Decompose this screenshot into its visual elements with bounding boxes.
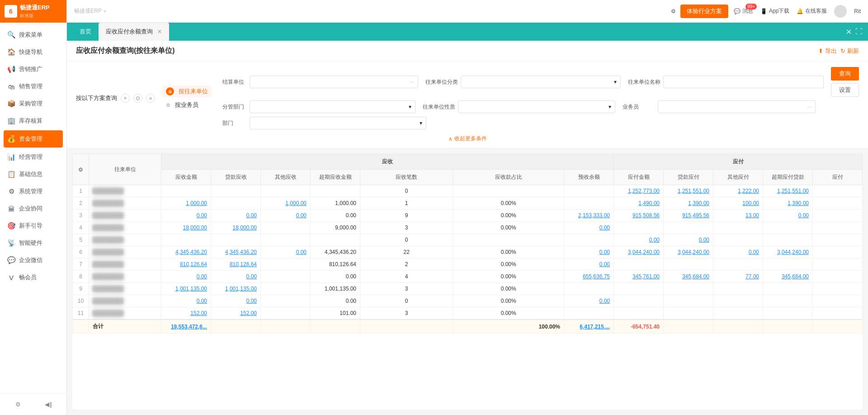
th-settings[interactable]: ⚙ — [73, 154, 89, 185]
tab-ar-query[interactable]: 应收应付余额查询 ✕ — [99, 23, 169, 41]
table-cell[interactable]: 345,684.00 — [664, 271, 713, 283]
table-cell[interactable]: 3,044,240.00 — [664, 246, 713, 258]
gear-btn[interactable]: ⚙ — [671, 8, 676, 14]
table-cell[interactable]: 1,251,551.00 — [664, 185, 713, 197]
table-scroll[interactable]: ⚙ 往来单位 应收 应付 应收金额 贷款应收 其他应收 超期应收金额 应收笔数 — [72, 154, 863, 410]
table-cell[interactable]: 915,508.56 — [614, 210, 664, 222]
table-cell[interactable]: 4,345,436.20 — [161, 246, 211, 258]
filter-input-ywy[interactable]: ··· — [658, 100, 816, 113]
filter-input-lwdwmc[interactable] — [663, 76, 824, 88]
sidebar-item-operations[interactable]: 📊 经营管理 — [0, 148, 66, 166]
table-cell[interactable]: 0.00 — [564, 295, 614, 307]
table-cell[interactable]: 1,251,551.00 — [763, 185, 813, 197]
table-cell[interactable]: 345,761.00 — [614, 271, 664, 283]
filter-select-lwdwfl[interactable]: ▾ — [461, 76, 621, 88]
query-button[interactable]: 查询 — [831, 67, 859, 81]
sidebar-item-marketing[interactable]: 📢 营销推广 — [0, 61, 66, 78]
table-cell[interactable]: 1,390.00 — [763, 197, 813, 210]
table-cell[interactable]: 0.00 — [564, 246, 614, 258]
table-cell[interactable]: 0.00 — [161, 271, 211, 283]
table-cell[interactable]: 18,000.00 — [161, 222, 211, 234]
set-button[interactable]: 设置 — [831, 83, 859, 97]
table-cell[interactable]: 1,000.00 — [261, 197, 311, 210]
table-cell[interactable]: 0.00 — [763, 210, 813, 222]
sidebar-item-wechat[interactable]: 💬 企业微信 — [0, 252, 66, 269]
table-cell[interactable]: 152.00 — [161, 307, 211, 320]
table-cell[interactable]: 0.00 — [161, 210, 211, 222]
table-cell[interactable]: 810,126.64 — [161, 258, 211, 271]
filter-collapse-btn[interactable]: « — [146, 94, 155, 103]
scheme-by-staff[interactable]: ⊕ 按业务员 — [162, 99, 212, 111]
filter-select-lwdwxz[interactable]: ▾ — [458, 100, 616, 113]
table-cell[interactable]: 915,495.56 — [664, 210, 713, 222]
tab-close-btn[interactable]: ✕ — [157, 29, 162, 35]
table-cell[interactable]: 18,000.00 — [211, 222, 261, 234]
table-cell[interactable]: 1,000.00 — [161, 197, 211, 210]
table-cell[interactable]: 3,044,240.00 — [763, 246, 813, 258]
sidebar-item-basic[interactable]: 📋 基础信息 — [0, 166, 66, 183]
table-cell[interactable]: 0.00 — [614, 234, 664, 246]
tab-maximize-btn[interactable]: ⛶ — [855, 28, 863, 36]
sidebar-item-inventory[interactable]: 🏢 库存核算 — [0, 112, 66, 129]
table-cell[interactable]: 655,636.75 — [564, 271, 614, 283]
table-cell[interactable]: 3,044,240.00 — [614, 246, 664, 258]
table-cell[interactable]: 0.00 — [664, 234, 713, 246]
filter-select-bm[interactable]: ▾ — [250, 117, 426, 129]
sidebar-item-finance[interactable]: 💰 资金管理 — [4, 130, 63, 148]
filter-select-fgbm[interactable]: ▾ — [250, 100, 415, 113]
table-cell[interactable]: 345,684.00 — [763, 271, 813, 283]
sidebar-settings-btn[interactable]: ⚙ — [5, 398, 32, 410]
table-cell[interactable]: 4,345,436.20 — [211, 246, 261, 258]
table-cell[interactable]: 1,222.00 — [713, 185, 763, 197]
table-cell[interactable]: 1,390.00 — [664, 197, 713, 210]
table-cell[interactable]: 0.00 — [211, 210, 261, 222]
footer-ar-prepay[interactable]: 6,417,215.... — [564, 320, 614, 334]
table-cell[interactable]: 0.00 — [564, 258, 614, 271]
table-cell[interactable]: 77.00 — [713, 271, 763, 283]
scheme-by-unit[interactable]: ⊕ 按往来单位 — [162, 86, 212, 97]
sidebar-item-quick-nav[interactable]: 🏠 快捷导航 — [0, 43, 66, 61]
filter-input-jsdw[interactable]: ··· — [250, 76, 418, 88]
collapse-more-btn[interactable]: ∧ 收起更多条件 — [76, 135, 859, 143]
refresh-btn[interactable]: ↻ 刷新 — [840, 47, 859, 55]
table-cell: 9 — [360, 210, 453, 222]
sidebar-label-search: 搜索菜单 — [19, 31, 42, 39]
message-btn[interactable]: 💬 消息 99+ — [734, 7, 753, 15]
table-cell[interactable]: 0.00 — [261, 210, 311, 222]
table-cell[interactable]: 0.00 — [211, 295, 261, 307]
promo-button[interactable]: 体验行业方案 — [680, 5, 728, 18]
table-cell[interactable]: 0.00 — [713, 246, 763, 258]
table-cell: 1 — [360, 197, 453, 210]
table-cell[interactable]: 810,126.64 — [211, 258, 261, 271]
sidebar-collapse-btn[interactable]: ◀‖ — [35, 398, 62, 410]
tab-home[interactable]: 首页 — [72, 23, 99, 41]
table-cell[interactable]: 0.00 — [564, 222, 614, 234]
filter-add-btn[interactable]: + — [121, 94, 130, 103]
sidebar-item-hardware[interactable]: 📡 智能硬件 — [0, 234, 66, 252]
table-cell[interactable]: 2,153,333.00 — [564, 210, 614, 222]
table-cell[interactable]: 152.00 — [211, 307, 261, 320]
sidebar-item-vip[interactable]: V 畅会员 — [0, 269, 66, 286]
sidebar-item-guide[interactable]: 🎯 新手引导 — [0, 217, 66, 234]
table-cell[interactable]: 1,001,135.00 — [211, 283, 261, 295]
table-cell[interactable]: 13.00 — [713, 210, 763, 222]
tab-close-window-btn[interactable]: ✕ — [846, 28, 852, 36]
table-cell[interactable]: 1,490.00 — [614, 197, 664, 210]
app-download-btn[interactable]: 📱 App下载 — [760, 7, 789, 15]
table-area: ⚙ 往来单位 应收 应付 应收金额 贷款应收 其他应收 超期应收金额 应收笔数 — [72, 154, 863, 410]
table-cell[interactable]: 0.00 — [261, 246, 311, 258]
sidebar-item-corp[interactable]: 🏛 企业协同 — [0, 200, 66, 217]
sidebar-item-system[interactable]: ⚙ 系统管理 — [0, 183, 66, 200]
sidebar-item-search[interactable]: 🔍 搜索菜单 — [0, 26, 66, 43]
table-cell[interactable]: 0.00 — [211, 271, 261, 283]
sidebar-item-purchase[interactable]: 📦 采购管理 — [0, 95, 66, 112]
sidebar-item-sales[interactable]: 🛍 销售管理 — [0, 78, 66, 95]
table-cell[interactable]: 1,252,773.00 — [614, 185, 664, 197]
footer-ar-total[interactable]: 19,553,472,6... — [161, 320, 211, 334]
table-cell[interactable]: 0.00 — [161, 295, 211, 307]
table-cell[interactable]: 100.00 — [713, 197, 763, 210]
service-btn[interactable]: 🔔 在线客服 — [797, 7, 827, 15]
table-cell[interactable]: 1,001,135.00 — [161, 283, 211, 295]
export-btn[interactable]: ⬆ 导出 — [818, 47, 837, 55]
filter-settings-btn[interactable]: ⊙ — [133, 94, 142, 103]
